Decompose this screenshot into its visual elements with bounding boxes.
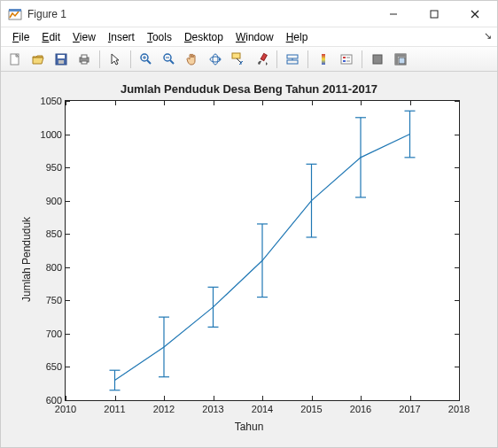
show-plot-tools-icon: [393, 52, 408, 66]
y-tick-label: 850: [46, 228, 66, 239]
insert-colorbar-button[interactable]: [313, 49, 334, 70]
toolbar-separator: [130, 50, 131, 68]
x-tick-label: 2015: [300, 404, 322, 414]
svg-point-23: [213, 54, 218, 65]
x-tick-label: 2010: [55, 404, 76, 414]
new-figure-icon: [8, 52, 22, 66]
x-tick-label: 2017: [399, 404, 420, 414]
menu-bar: File Edit View Insert Tools Desktop Wind…: [1, 27, 497, 47]
toolbar-separator: [276, 50, 277, 68]
data-cursor-button[interactable]: [228, 49, 249, 70]
y-tick-label: 1050: [41, 96, 66, 106]
axes[interactable]: 6006507007508008509009501000105020102011…: [65, 100, 460, 401]
y-tick-label: 800: [46, 262, 66, 273]
rotate-3d-button[interactable]: [205, 49, 226, 70]
menu-tools[interactable]: Tools: [141, 29, 178, 45]
hide-plot-tools-button[interactable]: [367, 49, 388, 70]
menu-insert[interactable]: Insert: [102, 29, 141, 45]
menu-desktop[interactable]: Desktop: [178, 29, 230, 45]
x-tick-label: 2014: [252, 404, 273, 414]
edit-plot-button[interactable]: [105, 49, 126, 70]
y-tick-label: 900: [46, 196, 66, 206]
svg-rect-1: [9, 9, 21, 12]
svg-rect-44: [399, 58, 405, 64]
rotate-3d-icon: [208, 52, 222, 66]
svg-rect-43: [395, 54, 398, 65]
insert-colorbar-icon: [316, 52, 331, 66]
brush-icon: [254, 52, 268, 66]
x-axis-label: Tahun: [1, 421, 497, 433]
brush-button[interactable]: [251, 49, 272, 70]
svg-rect-35: [341, 55, 352, 64]
toolbar: [1, 47, 497, 72]
svg-line-16: [147, 60, 151, 64]
link-button[interactable]: [282, 49, 303, 70]
x-tick-label: 2016: [350, 404, 371, 414]
window-titlebar: Figure 1: [1, 1, 497, 27]
zoom-out-icon: [162, 52, 176, 66]
svg-rect-9: [58, 55, 65, 58]
link-icon: [285, 52, 300, 66]
figure-canvas[interactable]: Jumlah Penduduk Desa Beng Tahun 2011-201…: [1, 72, 497, 447]
menu-file[interactable]: File: [6, 29, 35, 45]
show-plot-tools-button[interactable]: [390, 49, 411, 70]
svg-rect-40: [373, 55, 382, 64]
insert-legend-icon: [339, 52, 354, 66]
x-tick-label: 2012: [153, 404, 175, 414]
menu-window[interactable]: Window: [230, 29, 280, 45]
window-title: Figure 1: [27, 8, 373, 20]
svg-rect-12: [82, 55, 87, 58]
svg-rect-32: [287, 60, 298, 64]
print-icon: [77, 52, 91, 66]
menu-view[interactable]: View: [66, 29, 102, 45]
hide-plot-tools-icon: [370, 52, 385, 66]
minimize-button[interactable]: [373, 1, 414, 27]
save-button[interactable]: [51, 49, 72, 70]
save-icon: [54, 52, 68, 66]
app-logo-icon: [8, 7, 22, 21]
insert-legend-button[interactable]: [336, 49, 357, 70]
pointer-icon: [108, 52, 122, 66]
y-tick-label: 950: [46, 162, 66, 173]
print-button[interactable]: [74, 49, 95, 70]
svg-rect-29: [261, 53, 267, 60]
y-tick-label: 650: [46, 361, 66, 372]
data-series: [66, 101, 459, 400]
chart-title: Jumlah Penduduk Desa Beng Tahun 2011-201…: [1, 82, 497, 96]
svg-rect-34: [322, 54, 325, 65]
x-tick-label: 2013: [202, 404, 223, 414]
y-tick-label: 1000: [41, 129, 66, 140]
y-tick-label: 700: [46, 328, 66, 339]
svg-rect-31: [287, 55, 298, 58]
open-icon: [31, 52, 45, 66]
menu-edit[interactable]: Edit: [35, 29, 66, 45]
toolbar-separator: [307, 50, 308, 68]
y-tick-label: 750: [46, 295, 66, 305]
svg-rect-10: [58, 60, 64, 64]
zoom-in-icon: [139, 52, 153, 66]
svg-line-20: [170, 60, 174, 64]
maximize-button[interactable]: [414, 1, 455, 27]
menu-help[interactable]: Help: [280, 29, 315, 45]
toolbar-separator: [99, 50, 100, 68]
new-figure-button[interactable]: [4, 49, 26, 70]
svg-line-26: [237, 58, 241, 63]
y-axis-label: Jumlah Penduduk: [20, 217, 33, 302]
x-tick-label: 2011: [104, 404, 125, 414]
toolbar-separator: [362, 50, 362, 68]
svg-marker-30: [266, 62, 268, 66]
close-button[interactable]: [455, 1, 495, 27]
x-tick-label: 2018: [448, 404, 470, 414]
svg-rect-25: [232, 53, 240, 58]
pan-button[interactable]: [182, 49, 203, 70]
zoom-in-button[interactable]: [136, 49, 157, 70]
pan-icon: [185, 52, 199, 66]
open-button[interactable]: [27, 49, 49, 70]
zoom-out-button[interactable]: [159, 49, 180, 70]
svg-marker-14: [112, 54, 119, 65]
svg-rect-13: [82, 61, 87, 64]
data-cursor-icon: [231, 52, 245, 66]
svg-rect-3: [431, 11, 438, 18]
dock-arrow-icon[interactable]: ↘: [484, 30, 492, 42]
